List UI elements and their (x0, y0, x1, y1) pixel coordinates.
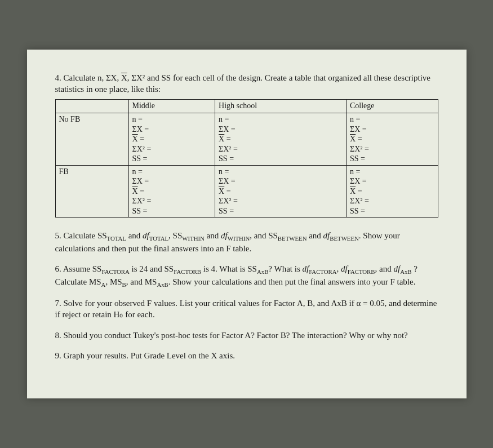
stat-line: ΣX² = (219, 144, 343, 154)
stat-line: n = (132, 167, 212, 177)
q5-part: and (307, 231, 323, 240)
question-5: 5. Calculate SSTOTAL and dfTOTAL, SSWITH… (55, 230, 438, 254)
q4-text-a: 4. Calculate n, ΣX, (55, 73, 121, 82)
stat-line: n = (132, 114, 212, 125)
subscript: BETWEEN (278, 235, 307, 242)
question-9: 9. Graph your results. Put Grade Level o… (55, 350, 438, 361)
subscript: FACTORA (101, 268, 129, 275)
df-italic: df (302, 264, 309, 273)
col-header-highschool: High school (215, 100, 347, 113)
stat-line: n = (350, 114, 434, 125)
subscript: FACTORB (174, 268, 201, 275)
table-row: No FB n = ΣX = X = ΣX² = SS = n = ΣX = X… (55, 113, 438, 166)
corner-cell (55, 100, 128, 113)
row-header-nofb: No FB (55, 113, 128, 166)
document-page: 4. Calculate n, ΣX, X, ΣX² and SS for ea… (27, 50, 467, 398)
df-italic: df (143, 231, 149, 240)
cell-fb-hs: n = ΣX = X = ΣX² = SS = (215, 165, 347, 218)
statistics-table: Middle High school College No FB n = ΣX … (55, 99, 438, 218)
stat-line: ΣX² = (219, 196, 343, 206)
q6-part: is 4. What is SS (201, 264, 257, 273)
stat-line: SS = (219, 154, 343, 164)
stat-line: X = (350, 134, 434, 144)
question-7: 7. Solve for your observed F values. Lis… (55, 298, 438, 321)
stat-line: ΣX² = (350, 196, 434, 206)
stat-line: SS = (219, 206, 343, 216)
stat-line: X = (350, 187, 434, 197)
cell-nofb-hs: n = ΣX = X = ΣX² = SS = (215, 113, 347, 166)
stat-line: SS = (350, 206, 434, 216)
stat-line: ΣX = (219, 125, 343, 135)
subscript: TOTAL (107, 235, 126, 242)
col-header-middle: Middle (128, 100, 215, 113)
stat-line: ΣX² = (350, 144, 434, 154)
q6-part: , and MS (126, 277, 157, 286)
stat-line: ΣX² = (132, 144, 212, 154)
cell-nofb-middle: n = ΣX = X = ΣX² = SS = (128, 113, 215, 166)
subscript: FACTORA (309, 268, 336, 275)
stat-line: ΣX = (132, 125, 212, 135)
stat-line: n = (219, 114, 343, 125)
q5-part: and (126, 231, 143, 240)
df-italic: df (323, 231, 330, 240)
df-italic: df (221, 231, 228, 240)
stat-line: X = (132, 134, 212, 144)
subscript: AxB (400, 268, 411, 275)
stat-line: n = (219, 167, 343, 177)
table-header-row: Middle High school College (55, 100, 438, 113)
stat-line: ΣX² = (132, 196, 212, 206)
stat-line: n = (350, 167, 434, 177)
cell-fb-middle: n = ΣX = X = ΣX² = SS = (128, 165, 215, 218)
question-8: 8. Should you conduct Tukey's post-hoc t… (55, 330, 438, 341)
stat-line: X = (219, 134, 343, 144)
q5-part: , and SS (250, 231, 278, 240)
subscript: BETWEEN (330, 235, 359, 242)
stat-line: X = (219, 187, 343, 197)
col-header-college: College (347, 100, 438, 113)
xbar-symbol: X (121, 73, 127, 82)
subscript: AxB (157, 281, 168, 288)
q6-part: is 24 and SS (130, 264, 174, 273)
stat-line: ΣX = (350, 125, 434, 135)
subscript: FACTORB (348, 268, 375, 275)
q6-part: 6. Assume SS (55, 264, 102, 273)
q5-part: 5. Calculate SS (55, 231, 107, 240)
stat-line: ΣX = (350, 176, 434, 187)
df-italic: df (341, 264, 348, 273)
q6-part: , and (375, 264, 394, 273)
q6-part: Show your calculations and then put the … (171, 277, 416, 286)
stat-line: SS = (350, 154, 434, 164)
q6-part: , MS (105, 277, 122, 286)
q6-part: ? What is (268, 264, 302, 273)
subscript: WITHIN (228, 235, 250, 242)
cell-fb-college: n = ΣX = X = ΣX² = SS = (347, 165, 438, 218)
cell-nofb-college: n = ΣX = X = ΣX² = SS = (347, 113, 438, 166)
subscript: AxB (257, 268, 268, 275)
question-4: 4. Calculate n, ΣX, X, ΣX² and SS for ea… (55, 72, 438, 95)
subscript: WITHIN (182, 235, 205, 242)
stat-line: ΣX = (132, 176, 212, 187)
stat-line: SS = (132, 206, 212, 216)
stat-line: X = (132, 187, 212, 197)
q5-part: and (205, 231, 221, 240)
stat-line: ΣX = (219, 176, 343, 187)
row-header-fb: FB (55, 165, 128, 218)
df-italic: df (393, 264, 400, 273)
subscript: TOTAL (149, 235, 168, 242)
q5-part: , SS (168, 231, 182, 240)
question-6: 6. Assume SSFACTORA is 24 and SSFACTORB … (55, 263, 438, 289)
stat-line: SS = (132, 154, 212, 164)
table-row: FB n = ΣX = X = ΣX² = SS = n = ΣX = X = … (55, 165, 438, 218)
subscript: B (122, 281, 126, 288)
q6-part: , (337, 264, 341, 273)
